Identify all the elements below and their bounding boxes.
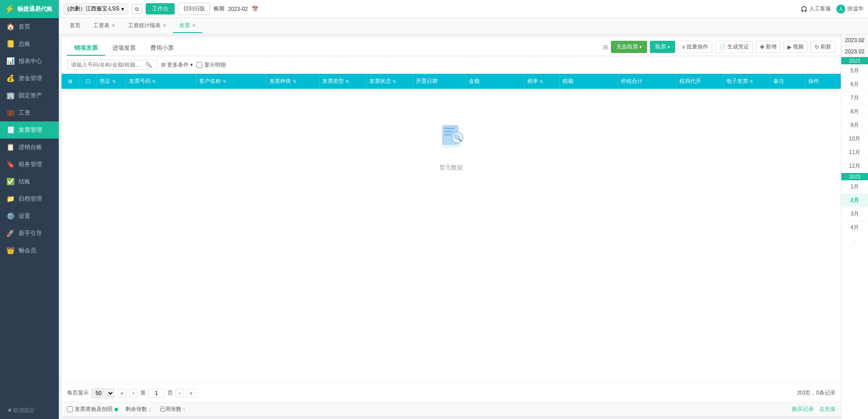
col-settings[interactable]: ⚙ [62,74,79,89]
plus-icon: ✚ [760,44,764,50]
period-2023-02-item[interactable]: 2023.02 [841,47,868,57]
switch-version-button[interactable]: 切到旧版 [178,3,210,15]
user-avatar[interactable]: 人 徐溢华 [836,5,863,14]
col-invoice-status: 发票状态 ⇅ [366,74,413,89]
month-4[interactable]: 4月 [841,221,868,235]
tab-home[interactable]: 首页 [63,19,87,33]
new-invoice-btn[interactable]: ✚ 新增 [756,41,781,53]
page-size-select[interactable]: 50 10 20 100 [91,388,114,398]
next-page-btn[interactable]: › [176,389,184,398]
tab-close-icon[interactable]: ✕ [162,23,167,29]
month-7[interactable]: 7月 [841,92,868,105]
prev-page-btn[interactable]: ‹ [129,389,138,398]
sidebar-item-closeout[interactable]: ✅ 结账 [0,173,59,190]
month-6[interactable]: 6月 [841,78,868,92]
sidebar-item-home[interactable]: 🏠 首页 [0,18,59,35]
company-name: (勿删）江西服宝-LSS [67,5,119,13]
month-1[interactable]: 1月 [841,180,868,194]
col-amount: 金额 [466,74,524,89]
sidebar-item-settings[interactable]: ⚙️ 设置 [0,207,59,225]
take-ticket-btn[interactable]: 取票 ▾ [650,41,675,53]
refresh-btn[interactable]: ↻ 刷新 [811,41,835,53]
col-tax-rate: 税率 ⇅ [524,74,559,89]
settings-icon: ⚙️ [6,212,15,220]
grid-layout-icon[interactable]: ⊞ [603,43,608,51]
sidebar-item-sales-ledger[interactable]: 📋 进销台账 [0,139,59,156]
period-value: 2023-02 [228,6,248,12]
tab-close-icon[interactable]: ✕ [111,23,115,29]
month-11[interactable]: 11月 [841,146,868,159]
member-icon: 👑 [6,246,15,255]
scroll-down-icon[interactable]: ↓ [841,235,868,248]
empty-state: 🔍 暂无数据 [62,89,841,199]
tab-label: 首页 [70,22,81,29]
tab-payroll[interactable]: 工资表 ✕ [87,19,122,33]
recharge-link[interactable]: 去充值 [819,405,835,413]
subtab-sales[interactable]: 销项发票 [67,41,105,56]
sidebar-unpin[interactable]: ◀ 取消固定 [0,402,59,419]
search-box[interactable]: 🔍 [67,60,157,70]
sidebar-item-ledger[interactable]: 📒 总账 [0,35,59,53]
col-check[interactable]: ☐ [79,74,97,89]
invoice-check-label[interactable]: 发票查验及拍照 [67,405,118,413]
sidebar-item-tax[interactable]: 🔖 税务管理 [0,156,59,173]
first-page-btn[interactable]: « [117,389,127,398]
invoice-check-input[interactable] [67,406,73,412]
page-label: 第 [140,389,146,397]
sidebar-item-archive[interactable]: 📁 归档管理 [0,190,59,207]
footer-links: 购买记录 去充值 [792,405,835,413]
sidebar-item-guide[interactable]: 🚀 新手引导 [0,225,59,242]
batch-op-btn[interactable]: ≡ 批量操作 [678,41,712,53]
copy-btn[interactable]: ⧉ [132,4,142,14]
empty-icon: 🔍 [433,116,469,159]
headset-icon: 🎧 [801,6,807,12]
month-12[interactable]: 12月 [841,159,868,173]
sidebar-item-finance[interactable]: 💰 资金管理 [0,70,59,87]
year-marker-2023: 2023 [841,57,868,64]
video-btn[interactable]: ▶ 视频 [783,41,808,53]
tab-invoice[interactable]: 发票 ✕ [173,19,202,33]
generate-cert-btn[interactable]: 📄 生成凭证 [715,41,753,53]
sidebar-item-member[interactable]: 👑 畅会员 [0,242,59,259]
period-label: 账期 [214,5,224,13]
date-panel-close-btn[interactable]: ✕ [855,34,868,45]
subtab-label: 销项发票 [74,44,98,51]
empty-text: 暂无数据 [439,164,463,172]
buy-record-link[interactable]: 购买记录 [792,405,814,413]
no-cancel-ticket-label: 无血取票 [616,43,638,51]
sidebar-item-reports[interactable]: 📊 报表中心 [0,53,59,70]
video-icon: ▶ [787,44,792,50]
sidebar-item-label: 总账 [19,40,30,48]
no-cancel-ticket-btn[interactable]: 无血取票 ▾ [611,41,647,53]
content-wrapper: 销项发票 进项发票 费用小票 ⊞ 无血取票 ▾ 取票 ▾ [59,34,868,419]
sidebar-item-label: 固定资产 [19,92,42,100]
month-8[interactable]: 8月 [841,105,868,119]
search-input[interactable] [71,62,143,68]
customer-service[interactable]: 🎧 人工客服 [801,5,831,13]
sidebar-item-payroll[interactable]: 💼 工资 [0,104,59,121]
show-detail-input[interactable] [196,62,202,68]
last-page-btn[interactable]: » [186,389,196,398]
sidebar-item-label: 新手引导 [19,229,42,237]
archive-icon: 📁 [6,195,15,203]
sidebar-item-assets[interactable]: 🏢 固定资产 [0,87,59,104]
tab-close-icon[interactable]: ✕ [192,23,196,29]
more-filter-btn[interactable]: ⊞ 更多条件 ▾ [161,61,193,69]
svg-rect-2 [444,128,455,129]
show-detail-checkbox[interactable]: 显示明细 [196,61,226,69]
sidebar-item-invoices[interactable]: 🧾 发票管理 [0,121,59,139]
subtab-purchase[interactable]: 进项发票 [105,41,143,56]
month-5[interactable]: 5月 [841,64,868,78]
filter-icon: ⊞ [161,62,166,68]
month-2-active[interactable]: 2月 [841,194,868,207]
month-10[interactable]: 10月 [841,132,868,146]
month-3[interactable]: 3月 [841,207,868,221]
tab-payroll-stats[interactable]: 工资统计报表 ✕ [122,19,173,33]
month-9[interactable]: 9月 [841,119,868,132]
workspace-button[interactable]: 工作台 [146,3,175,14]
refresh-label: 刷新 [820,43,831,51]
page-number-input[interactable] [148,389,165,398]
company-selector[interactable]: (勿删）江西服宝-LSS ▾ [63,3,128,14]
subtab-expense[interactable]: 费用小票 [143,41,181,56]
payroll-icon: 💼 [6,109,15,117]
